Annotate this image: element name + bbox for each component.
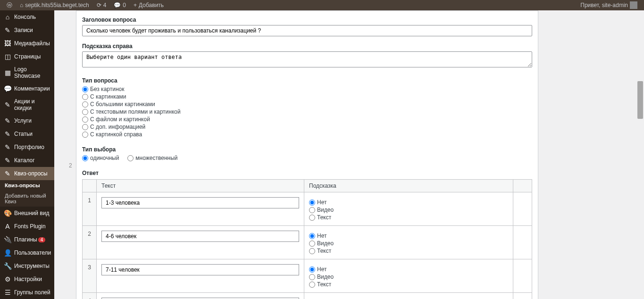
sidebar-item[interactable]: 💬Комментарии: [0, 82, 54, 95]
hint-textarea[interactable]: [82, 51, 532, 67]
hint-radio[interactable]: [309, 266, 315, 273]
avatar: [630, 1, 637, 9]
qtype-radio[interactable]: [82, 101, 88, 108]
sidebar-item[interactable]: ✎Квиз-опросы: [0, 167, 54, 180]
menu-label: Настройки: [14, 276, 42, 282]
site-link[interactable]: ⌂septik.hits55ia.beget.tech: [17, 2, 92, 8]
col-text-header: Текст: [97, 180, 304, 192]
scrollbar[interactable]: [636, 10, 644, 299]
hint-option[interactable]: Нет: [309, 233, 508, 239]
answer-text-input[interactable]: [101, 231, 299, 242]
qtype-radio[interactable]: [82, 116, 88, 123]
answer-row: 1НетВидеоТекст: [83, 192, 532, 226]
answer-text-input[interactable]: [101, 197, 299, 208]
qtype-radio[interactable]: [82, 86, 88, 92]
sidebar-item[interactable]: AFonts Plugin: [0, 220, 54, 233]
hint-radio[interactable]: [309, 282, 315, 288]
menu-label: Записи: [14, 27, 33, 33]
hint-radio[interactable]: [309, 241, 315, 247]
hint-option[interactable]: Видео: [309, 240, 508, 247]
admin-sidebar: ⌂Консоль✎Записи🖼Медиафайлы◫Страницы▦Logo…: [0, 10, 54, 299]
sidebar-item[interactable]: ✎Статьи: [0, 127, 54, 141]
qtype-option[interactable]: С картинками: [82, 93, 532, 100]
sidebar-item[interactable]: ✎Записи: [0, 24, 54, 37]
seltype-option[interactable]: одиночный: [82, 155, 119, 161]
seltype-radio[interactable]: [127, 155, 134, 161]
menu-icon: ✎: [4, 130, 11, 138]
sidebar-item[interactable]: ☰Группы полей: [0, 286, 54, 299]
seltype-label: множественный: [135, 155, 177, 161]
sidebar-item[interactable]: ▦Logo Showcase: [0, 63, 54, 82]
hint-option[interactable]: Текст: [309, 214, 508, 221]
sidebar-item[interactable]: 🎨Внешний вид: [0, 207, 54, 220]
hint-radio[interactable]: [309, 215, 315, 221]
account-link[interactable]: Привет, site-admin: [577, 1, 640, 9]
sidebar-item[interactable]: ◫Страницы: [0, 50, 54, 63]
sidebar-item[interactable]: 🔧Инструменты: [0, 259, 54, 273]
col-actions-header: [513, 180, 532, 192]
qtype-option[interactable]: С файлом и картинкой: [82, 116, 532, 123]
menu-icon: 👤: [4, 249, 11, 257]
qtype-option[interactable]: С текстовыми полями и картинкой: [82, 108, 532, 115]
seltype-label: одиночный: [90, 155, 119, 161]
sidebar-item[interactable]: ✎Портфолио: [0, 141, 54, 154]
hint-radio[interactable]: [309, 199, 315, 206]
sidebar-item[interactable]: 👤Пользователи: [0, 246, 54, 259]
sidebar-item[interactable]: ⚙Настройки: [0, 273, 54, 286]
hint-radio[interactable]: [309, 274, 315, 280]
seltype-radio[interactable]: [82, 155, 88, 161]
qtype-option[interactable]: Без картинок: [82, 86, 532, 92]
comments-link[interactable]: 💬0: [111, 2, 129, 8]
wp-logo[interactable]: ⓦ: [4, 1, 15, 9]
qtype-radio[interactable]: [82, 132, 88, 138]
scrollbar-thumb[interactable]: [637, 81, 643, 119]
menu-icon: ▦: [4, 69, 11, 76]
qtype-option[interactable]: С доп. информацией: [82, 124, 532, 130]
hint-radio[interactable]: [309, 233, 315, 239]
qtype-label: С доп. информацией: [90, 124, 145, 130]
add-new-label: Добавить: [139, 2, 164, 8]
menu-label: Fonts Plugin: [14, 223, 46, 230]
col-hint-header: Подсказка: [304, 180, 513, 192]
sidebar-sub-item[interactable]: Квиз-опросы: [0, 180, 54, 191]
sidebar-item[interactable]: ✎Каталог: [0, 154, 54, 167]
hint-option-label: Текст: [317, 214, 331, 221]
menu-label: Плагины4: [14, 236, 45, 243]
menu-icon: 🔌: [4, 236, 11, 243]
sidebar-item[interactable]: ⌂Консоль: [0, 10, 54, 24]
question-title-input[interactable]: [82, 25, 532, 36]
hint-option[interactable]: Видео: [309, 207, 508, 213]
hint-radio[interactable]: [309, 207, 315, 213]
hint-option[interactable]: Видео: [309, 274, 508, 280]
qtype-radio[interactable]: [82, 109, 88, 115]
hint-option-label: Видео: [317, 207, 334, 213]
sidebar-sub-item[interactable]: Добавить новый Квиз: [0, 191, 54, 207]
sidebar-item[interactable]: 🖼Медиафайлы: [0, 37, 54, 50]
menu-label: Статьи: [14, 131, 33, 137]
answer-actions: [513, 259, 532, 293]
hint-option[interactable]: Текст: [309, 281, 508, 288]
qtype-label: С текстовыми полями и картинкой: [90, 108, 181, 115]
hint-option[interactable]: Нет: [309, 266, 508, 273]
add-new-link[interactable]: +Добавить: [131, 2, 167, 8]
qtype-radio-group: Без картинокС картинкамиС большими карти…: [82, 86, 532, 138]
sidebar-item[interactable]: ✎Услуги: [0, 114, 54, 127]
seltype-option[interactable]: множественный: [127, 155, 177, 161]
site-name: septik.hits55ia.beget.tech: [25, 2, 89, 8]
answer-section-label: Ответ: [82, 170, 532, 176]
hint-option[interactable]: Нет: [309, 199, 508, 206]
hint-option[interactable]: Текст: [309, 248, 508, 254]
sidebar-item[interactable]: 🔌Плагины4: [0, 233, 54, 246]
updates-link[interactable]: ⟳4: [94, 2, 109, 8]
menu-icon: ✎: [4, 170, 11, 177]
answer-row: 2НетВидеоТекст: [83, 226, 532, 259]
qtype-radio[interactable]: [82, 94, 88, 100]
qtype-option[interactable]: С большими картинками: [82, 101, 532, 108]
qtype-option[interactable]: С картинкой справа: [82, 131, 532, 138]
hint-radio[interactable]: [309, 248, 315, 254]
answer-text-input[interactable]: [101, 264, 299, 275]
qtype-radio[interactable]: [82, 124, 88, 130]
menu-label: Пользователи: [14, 249, 51, 256]
menu-label: Акции и скидки: [14, 98, 50, 111]
sidebar-item[interactable]: ✎Акции и скидки: [0, 95, 54, 114]
